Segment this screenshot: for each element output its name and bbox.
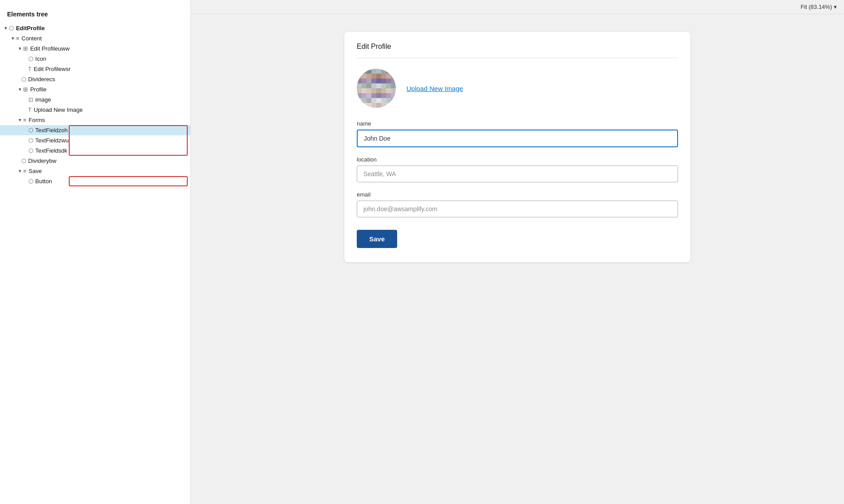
mosaic-cell-15 xyxy=(391,74,396,79)
label-profile: Profile xyxy=(30,86,47,93)
label-icon: Icon xyxy=(35,55,47,62)
mosaic-cell-0 xyxy=(357,69,362,74)
mosaic-cell-61 xyxy=(381,103,386,108)
mosaic-cell-60 xyxy=(376,103,381,108)
label-upload-new-image: Upload New Image xyxy=(34,106,83,113)
label-dividerecs: Dividerecs xyxy=(28,76,55,83)
mosaic-cell-29 xyxy=(381,83,386,88)
tree-item-dividerybw[interactable]: ⬡Dividerybw xyxy=(0,156,190,166)
mosaic-cell-16 xyxy=(357,79,362,83)
mosaic-cell-63 xyxy=(391,103,396,108)
upload-new-image-link[interactable]: Upload New Image xyxy=(406,85,463,92)
icon-image: ⊡ xyxy=(28,96,33,103)
toggle-save[interactable]: ▼ xyxy=(18,169,22,173)
mosaic-cell-2 xyxy=(367,69,371,74)
edit-profile-card: Edit Profile Upload New Image namelocati… xyxy=(344,32,690,262)
icon-edit-profilewsr: T xyxy=(28,66,32,72)
icon-forms: ≡ xyxy=(23,117,27,123)
label-edit-profilewsr: Edit Profilewsr xyxy=(34,66,71,72)
tree-item-content[interactable]: ▼≡Content xyxy=(0,33,190,43)
mosaic-cell-37 xyxy=(381,88,386,93)
mosaic-cell-41 xyxy=(362,93,367,98)
mosaic-cell-20 xyxy=(376,79,381,83)
mosaic-cell-11 xyxy=(371,74,376,79)
mosaic-cell-19 xyxy=(371,79,376,83)
top-bar: Fit (83.14%) ▾ xyxy=(191,0,844,14)
mosaic-cell-27 xyxy=(371,83,376,88)
tree-item-dividerecs[interactable]: ⬡Dividerecs xyxy=(0,74,190,84)
label-forms: Forms xyxy=(29,117,45,123)
mosaic-cell-25 xyxy=(362,83,367,88)
mosaic-cell-1 xyxy=(362,69,367,74)
tree-item-textfieldzwu[interactable]: ⬡TextFieldzwu xyxy=(0,135,190,146)
tree-item-forms[interactable]: ▼≡Forms xyxy=(0,115,190,125)
mosaic-cell-39 xyxy=(391,88,396,93)
toggle-textfieldzwu xyxy=(25,138,28,143)
toggle-edit-profileuww[interactable]: ▼ xyxy=(18,46,22,51)
tree-item-image[interactable]: ⊡image xyxy=(0,94,190,105)
mosaic-cell-33 xyxy=(362,88,367,93)
preview-area: Edit Profile Upload New Image namelocati… xyxy=(191,14,844,504)
mosaic-cell-8 xyxy=(357,74,362,79)
mosaic-cell-6 xyxy=(386,69,391,74)
tree-item-upload-new-image[interactable]: TUpload New Image xyxy=(0,105,190,115)
icon-profile: ⊞ xyxy=(23,86,28,93)
tree-item-textfieldzoh[interactable]: ⬡TextFieldzoh xyxy=(0,125,190,135)
tree-item-edit-profilewsr[interactable]: TEdit Profilewsr xyxy=(0,64,190,74)
label-save: Save xyxy=(29,168,42,174)
toggle-content[interactable]: ▼ xyxy=(11,36,15,41)
icon-editprofile-root: ⬡ xyxy=(9,25,14,32)
mosaic-cell-21 xyxy=(381,79,386,83)
mosaic-cell-24 xyxy=(357,83,362,88)
icon-content: ≡ xyxy=(16,35,20,42)
mosaic-cell-49 xyxy=(362,98,367,103)
mosaic-cell-56 xyxy=(357,103,362,108)
label-name-field: name xyxy=(357,120,678,127)
tree-item-edit-profileuww[interactable]: ▼⊞Edit Profileuww xyxy=(0,43,190,54)
toggle-image xyxy=(25,97,28,102)
mosaic-cell-32 xyxy=(357,88,362,93)
mosaic-cell-22 xyxy=(386,79,391,83)
mosaic-cell-17 xyxy=(362,79,367,83)
mosaic-cell-58 xyxy=(367,103,371,108)
icon-icon: ⬡ xyxy=(28,55,33,62)
mosaic-cell-51 xyxy=(371,98,376,103)
profile-section: Upload New Image xyxy=(357,69,678,108)
tree-item-profile[interactable]: ▼⊞Profile xyxy=(0,84,190,94)
toggle-icon xyxy=(25,56,28,61)
mosaic-cell-14 xyxy=(386,74,391,79)
mosaic-cell-26 xyxy=(367,83,371,88)
mosaic-cell-7 xyxy=(391,69,396,74)
mosaic-cell-48 xyxy=(357,98,362,103)
name-field[interactable] xyxy=(357,130,678,147)
mosaic-cell-46 xyxy=(386,93,391,98)
location-field[interactable] xyxy=(357,165,678,182)
toggle-forms[interactable]: ▼ xyxy=(18,118,22,122)
fit-zoom-control[interactable]: Fit (83.14%) ▾ xyxy=(801,4,837,10)
mosaic-cell-13 xyxy=(381,74,386,79)
toggle-upload-new-image xyxy=(25,107,28,112)
toggle-profile[interactable]: ▼ xyxy=(18,87,22,92)
icon-textfieldsdk: ⬡ xyxy=(28,147,33,154)
icon-edit-profileuww: ⊞ xyxy=(23,45,28,52)
mosaic-cell-52 xyxy=(376,98,381,103)
tree-item-save[interactable]: ▼≡Save xyxy=(0,166,190,176)
email-field[interactable] xyxy=(357,201,678,217)
mosaic-cell-35 xyxy=(371,88,376,93)
mosaic-cell-55 xyxy=(391,98,396,103)
toggle-edit-profilewsr xyxy=(25,67,28,71)
mosaic-cell-9 xyxy=(362,74,367,79)
avatar xyxy=(357,69,396,108)
tree-item-button[interactable]: ⬡Button xyxy=(0,176,190,186)
elements-tree: ▼⬡EditProfile▼≡Content▼⊞Edit Profileuww … xyxy=(0,23,190,186)
toggle-editprofile-root[interactable]: ▼ xyxy=(4,26,8,31)
tree-item-textfieldsdk[interactable]: ⬡TextFieldsdk xyxy=(0,146,190,156)
tree-item-icon[interactable]: ⬡Icon xyxy=(0,54,190,64)
label-image: image xyxy=(35,96,51,103)
mosaic-cell-47 xyxy=(391,93,396,98)
tree-item-editprofile-root[interactable]: ▼⬡EditProfile xyxy=(0,23,190,33)
mosaic-cell-42 xyxy=(367,93,371,98)
save-button[interactable]: Save xyxy=(357,230,397,248)
mosaic-cell-53 xyxy=(381,98,386,103)
form-group-location-field: location xyxy=(357,156,678,182)
